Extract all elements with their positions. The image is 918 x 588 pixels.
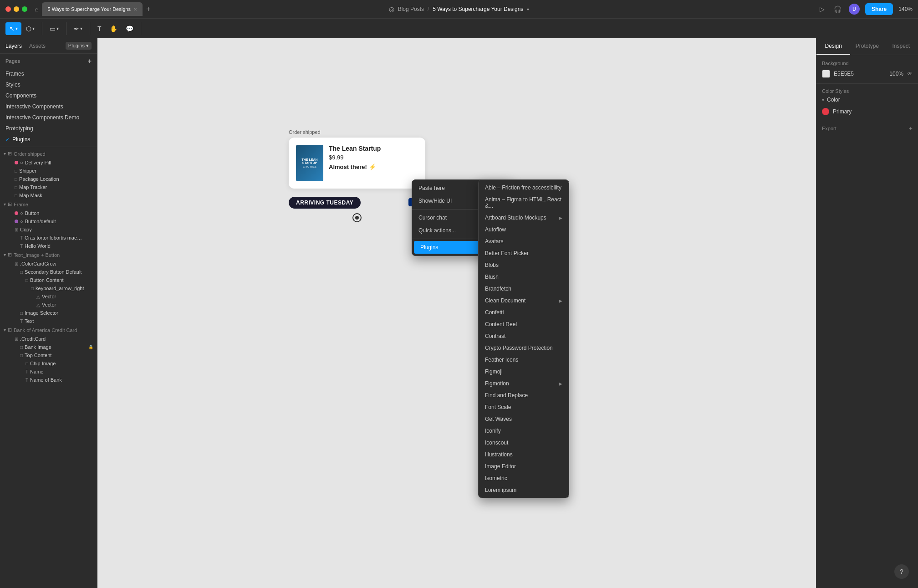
new-tab-button[interactable]: + (146, 5, 150, 13)
layer-item-bank-image[interactable]: □ Bank Image 🔒 (0, 343, 97, 351)
plugin-image-editor[interactable]: Image Editor (479, 460, 569, 472)
layer-group-frame[interactable]: ▾ ⊞ Frame (0, 199, 97, 209)
page-item-interactive-demo[interactable]: Interactive Components Demo (0, 112, 97, 123)
add-page-button[interactable]: + (88, 57, 92, 65)
tab-inspect[interactable]: Inspect (884, 38, 918, 55)
close-button[interactable] (5, 6, 11, 12)
layer-item-cras-tortor[interactable]: T Cras tortor lobortis maecenas id nec a… (0, 234, 97, 242)
plugin-able[interactable]: Able – Friction free accessibility (479, 182, 569, 194)
page-item-interactive[interactable]: Interactive Components (0, 101, 97, 112)
ctx-label: Show/Hide UI (418, 198, 452, 204)
layer-item-keyboard-arrow[interactable]: □ keyboard_arrow_right (0, 284, 97, 292)
plugin-font-scale[interactable]: Font Scale (479, 401, 569, 413)
pages-section-header: Pages + (0, 54, 97, 68)
layer-group-order-shipped[interactable]: ▾ ⊞ Order shipped (0, 149, 97, 159)
layer-item-copy[interactable]: ⊞ Copy (0, 225, 97, 234)
page-item-styles[interactable]: Styles (0, 79, 97, 90)
layer-item-name[interactable]: T Name (0, 368, 97, 376)
plugin-isometric[interactable]: Isometric (479, 472, 569, 484)
tool-hand[interactable]: ✋ (106, 22, 121, 35)
plugin-autoflow[interactable]: Autoflow (479, 224, 569, 235)
plugin-anima[interactable]: Anima – Figma to HTML, React &... (479, 194, 569, 212)
present-icon[interactable]: ▷ (818, 4, 826, 15)
layer-item-shipper[interactable]: □ Shipper (0, 167, 97, 175)
plugin-figmotion[interactable]: Figmotion ▶ (479, 378, 569, 389)
plugin-better-font-picker[interactable]: Better Font Picker (479, 247, 569, 259)
plugin-confetti[interactable]: Confetti (479, 307, 569, 318)
plugins-badge[interactable]: Plugins ▾ (66, 42, 92, 50)
chevron-down-icon[interactable]: ▾ (527, 7, 529, 12)
plugin-clean-document[interactable]: Clean Document ▶ (479, 295, 569, 307)
color-section-row: ▾ Color (816, 96, 918, 105)
bg-color-swatch[interactable] (822, 70, 830, 78)
layer-item-image-selector[interactable]: □ Image Selector (0, 309, 97, 317)
layer-item-name-of-bank[interactable]: T Name of Bank (0, 376, 97, 384)
minimize-button[interactable] (14, 6, 19, 12)
layer-item-vector-1[interactable]: △ Vector (0, 292, 97, 301)
maximize-button[interactable] (22, 6, 27, 12)
page-item-prototyping[interactable]: Prototyping (0, 123, 97, 134)
active-tab[interactable]: 5 Ways to Supercharge Your Designs ✕ (42, 2, 142, 16)
layer-item-credit-card[interactable]: ⊞ .CreditCard (0, 335, 97, 343)
plugin-content-reel[interactable]: Content Reel (479, 318, 569, 330)
plugin-illustrations[interactable]: Illustrations (479, 449, 569, 460)
page-item-plugins[interactable]: ✓ Plugins (0, 134, 97, 145)
tab-assets[interactable]: Assets (29, 43, 46, 49)
tab-layers[interactable]: Layers (5, 43, 22, 49)
home-icon[interactable]: ⌂ (35, 5, 38, 13)
plugin-find-replace[interactable]: Find and Replace (479, 389, 569, 401)
layer-item-hello-world[interactable]: T Hello World (0, 242, 97, 250)
collapse-icon[interactable]: ▾ (822, 97, 824, 102)
headphone-icon[interactable]: 🎧 (832, 4, 843, 15)
plugin-crypto[interactable]: Crypto Password Protection (479, 342, 569, 354)
plugin-feather-icons[interactable]: Feather Icons (479, 354, 569, 366)
tool-scale[interactable]: ⬡ ▾ (22, 22, 38, 35)
plugin-avatars[interactable]: Avatars (479, 235, 569, 247)
page-item-components[interactable]: Components (0, 90, 97, 101)
tool-move[interactable]: ↖ ▾ (5, 22, 21, 35)
export-add-button[interactable]: + (909, 125, 913, 132)
tab-prototype[interactable]: Prototype (850, 38, 884, 55)
page-item-frames[interactable]: Frames (0, 68, 97, 79)
layer-item-delivery-pill[interactable]: ○ Delivery Pill (0, 159, 97, 167)
plugin-iconscout[interactable]: Iconscout (479, 437, 569, 449)
plugin-brandfetch[interactable]: Brandfetch (479, 283, 569, 295)
layer-label: Map Mask (19, 193, 42, 198)
layer-item-map-mask[interactable]: □ Map Mask (0, 191, 97, 199)
help-button[interactable]: ? (894, 564, 909, 579)
plugin-figmoji[interactable]: Figmoji (479, 366, 569, 378)
panel-tabs: Layers Assets Plugins ▾ (0, 38, 97, 54)
plugin-contrast[interactable]: Contrast (479, 330, 569, 342)
plugin-iconify[interactable]: Iconify (479, 425, 569, 437)
tool-frame[interactable]: ▭ ▾ (46, 22, 62, 35)
layer-item-color-card-grow[interactable]: ⊞ .ColorCardGrow (0, 260, 97, 268)
layer-item-package-location[interactable]: □ Package Location (0, 175, 97, 183)
plugin-blobs[interactable]: Blobs (479, 259, 569, 271)
layer-item-text[interactable]: T Text (0, 317, 97, 325)
primary-color-dot[interactable] (822, 108, 829, 115)
layer-item-button[interactable]: ○ Button (0, 209, 97, 217)
tool-text[interactable]: T (94, 22, 105, 35)
layer-group-bank-of-america[interactable]: ▾ ⊞ Bank of America Credit Card (0, 325, 97, 335)
layer-item-button-content[interactable]: □ Button Content (0, 276, 97, 284)
eye-icon[interactable]: 👁 (907, 71, 913, 77)
plugin-lorem-ipsum[interactable]: Lorem ipsum (479, 484, 569, 496)
plugin-artboard[interactable]: Artboard Studio Mockups ▶ (479, 212, 569, 224)
tool-pen[interactable]: ✒ ▾ (70, 22, 86, 35)
plugin-get-waves[interactable]: Get Waves (479, 413, 569, 425)
plugin-lottiefiles[interactable]: LottieFiles (479, 496, 569, 498)
tab-design[interactable]: Design (816, 38, 850, 55)
layer-item-chip-image[interactable]: □ Chip Image (0, 359, 97, 368)
layer-item-top-content[interactable]: □ Top Content (0, 351, 97, 359)
layer-item-vector-2[interactable]: △ Vector (0, 301, 97, 309)
layer-item-map-tracker[interactable]: □ Map Tracker (0, 183, 97, 191)
plugin-blush[interactable]: Blush (479, 271, 569, 283)
layer-group-text-image-button[interactable]: ▾ ⊞ Text_Image + Button (0, 250, 97, 260)
layer-item-secondary-button[interactable]: □ Secondary Button Default (0, 268, 97, 276)
layer-item-button-default[interactable]: ○ Button/default (0, 217, 97, 225)
tool-comment[interactable]: 💬 (122, 22, 137, 35)
order-card[interactable]: THE LEAN STARTUP ERIC RIES The Lean Star… (289, 138, 425, 189)
avatar[interactable]: U (849, 4, 860, 15)
share-button[interactable]: Share (865, 3, 893, 15)
tab-close-icon[interactable]: ✕ (133, 7, 137, 12)
